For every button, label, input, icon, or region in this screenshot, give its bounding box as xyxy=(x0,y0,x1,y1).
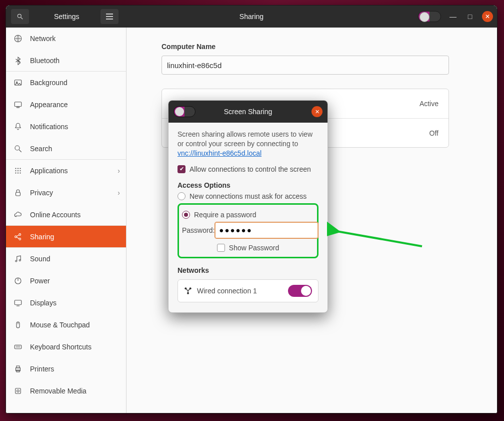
sidebar-item-label: Online Accounts xyxy=(30,211,80,219)
show-password-checkbox[interactable] xyxy=(217,244,225,252)
screen-sharing-dialog: Screen Sharing ✕ Screen sharing allows r… xyxy=(168,100,328,313)
allow-control-checkbox[interactable]: ✔ xyxy=(178,165,186,173)
sidebar-item-printers[interactable]: Printers xyxy=(6,358,126,380)
sidebar-item-label: Notifications xyxy=(30,123,68,131)
svg-point-27 xyxy=(16,260,17,262)
network-icon xyxy=(184,287,192,295)
password-row: Password: xyxy=(182,222,314,239)
printer-icon xyxy=(12,364,24,373)
picture-icon xyxy=(12,78,24,87)
sidebar-item-label: Removable Media xyxy=(30,387,86,395)
hamburger-menu[interactable] xyxy=(100,9,118,24)
svg-point-22 xyxy=(15,236,17,238)
sidebar-item-power[interactable]: Power xyxy=(6,270,126,292)
allow-control-row[interactable]: ✔ Allow connections to control the scree… xyxy=(178,165,318,173)
svg-point-17 xyxy=(20,170,20,171)
svg-point-15 xyxy=(15,170,16,171)
sidebar-item-bluetooth[interactable]: Bluetooth xyxy=(6,50,126,72)
sidebar-item-label: Applications xyxy=(30,167,68,175)
sidebar-item-displays[interactable]: Displays xyxy=(6,292,126,314)
svg-point-18 xyxy=(15,172,16,173)
sidebar-item-sharing[interactable]: Sharing xyxy=(6,226,126,248)
show-password-row[interactable]: Show Password xyxy=(182,244,314,252)
media-icon xyxy=(12,386,24,395)
sidebar-item-sound[interactable]: Sound xyxy=(6,248,126,270)
minimize-button[interactable]: — xyxy=(448,12,458,22)
bell-icon xyxy=(12,122,24,131)
svg-line-26 xyxy=(16,237,19,238)
svg-rect-35 xyxy=(14,345,22,349)
sidebar-item-label: Sharing xyxy=(30,233,54,241)
sidebar-item-label: Displays xyxy=(30,299,56,307)
globe-icon xyxy=(12,34,24,43)
search-icon xyxy=(16,13,24,20)
vnc-link[interactable]: vnc://linuxhint-e86c5d.local xyxy=(178,149,262,157)
svg-point-14 xyxy=(20,168,20,169)
sidebar-item-label: Bluetooth xyxy=(30,57,60,65)
keyboard-icon xyxy=(12,342,24,351)
sidebar-item-online-accounts[interactable]: Online Accounts xyxy=(6,204,126,226)
svg-rect-41 xyxy=(16,388,21,394)
computer-name-label: Computer Name xyxy=(162,43,462,51)
app-title: Settings xyxy=(54,13,80,21)
ask-access-label: New connections must ask for access xyxy=(190,192,306,200)
allow-control-label: Allow connections to control the screen xyxy=(190,165,311,173)
sidebar-item-background[interactable]: Background xyxy=(6,72,126,94)
sharing-master-toggle[interactable] xyxy=(418,11,441,22)
svg-point-24 xyxy=(19,238,21,240)
access-options-header: Access Options xyxy=(178,181,318,189)
media-sharing-status: Off xyxy=(430,129,438,137)
ask-access-row[interactable]: New connections must ask for access xyxy=(178,192,318,200)
sidebar-item-label: Background xyxy=(30,79,68,87)
sidebar-item-label: Search xyxy=(30,145,52,153)
svg-point-19 xyxy=(18,172,18,173)
svg-line-25 xyxy=(16,235,19,236)
svg-rect-31 xyxy=(14,300,22,305)
sidebar-item-label: Sound xyxy=(30,255,50,263)
svg-point-12 xyxy=(15,168,16,169)
window-controls: — □ ✕ xyxy=(418,11,493,22)
search-button[interactable] xyxy=(11,9,29,24)
sidebar-item-privacy[interactable]: Privacy› xyxy=(6,182,126,204)
chevron-right-icon: › xyxy=(118,189,120,197)
bluetooth-icon xyxy=(12,56,24,65)
appearance-icon xyxy=(12,100,24,109)
computer-name-input[interactable] xyxy=(162,56,449,75)
sidebar-item-label: Mouse & Touchpad xyxy=(30,321,90,329)
svg-rect-9 xyxy=(17,107,20,108)
password-highlight: Require a password Password: Show Passwo… xyxy=(178,203,318,258)
sidebar-item-search[interactable]: Search xyxy=(6,138,126,160)
sidebar-item-removable-media[interactable]: Removable Media xyxy=(6,380,126,402)
network-row: Wired connection 1 xyxy=(178,279,318,302)
dialog-title: Screen Sharing xyxy=(224,108,272,116)
sidebar-item-appearance[interactable]: Appearance xyxy=(6,94,126,116)
sidebar-item-keyboard-shortcuts[interactable]: Keyboard Shortcuts xyxy=(6,336,126,358)
sidebar-item-notifications[interactable]: Notifications xyxy=(6,116,126,138)
svg-point-23 xyxy=(19,233,21,235)
screen-sharing-toggle[interactable] xyxy=(174,106,196,117)
password-input[interactable] xyxy=(214,222,318,239)
password-label: Password: xyxy=(182,226,214,234)
networks-header: Networks xyxy=(178,266,318,274)
require-password-radio[interactable] xyxy=(182,211,190,219)
sidebar-item-mouse-touchpad[interactable]: Mouse & Touchpad xyxy=(6,314,126,336)
sidebar-item-label: Printers xyxy=(30,365,54,373)
dialog-titlebar: Screen Sharing ✕ xyxy=(168,101,328,123)
sidebar-item-applications[interactable]: Applications› xyxy=(6,160,126,182)
require-password-label: Require a password xyxy=(194,211,256,219)
svg-point-13 xyxy=(18,168,18,169)
cloud-icon xyxy=(12,210,24,219)
network-toggle[interactable] xyxy=(288,285,312,297)
close-button[interactable]: ✕ xyxy=(482,11,493,22)
maximize-button[interactable]: □ xyxy=(465,12,475,22)
svg-point-10 xyxy=(15,146,20,150)
dialog-close-button[interactable]: ✕ xyxy=(312,106,322,117)
require-password-row[interactable]: Require a password xyxy=(182,211,314,219)
sidebar-item-network[interactable]: Network xyxy=(6,28,126,50)
sidebar-item-label: Appearance xyxy=(30,101,68,109)
svg-line-1 xyxy=(21,18,23,20)
show-password-label: Show Password xyxy=(229,244,279,252)
svg-point-20 xyxy=(20,172,20,173)
ask-access-radio[interactable] xyxy=(178,192,186,200)
power-icon xyxy=(12,276,24,285)
